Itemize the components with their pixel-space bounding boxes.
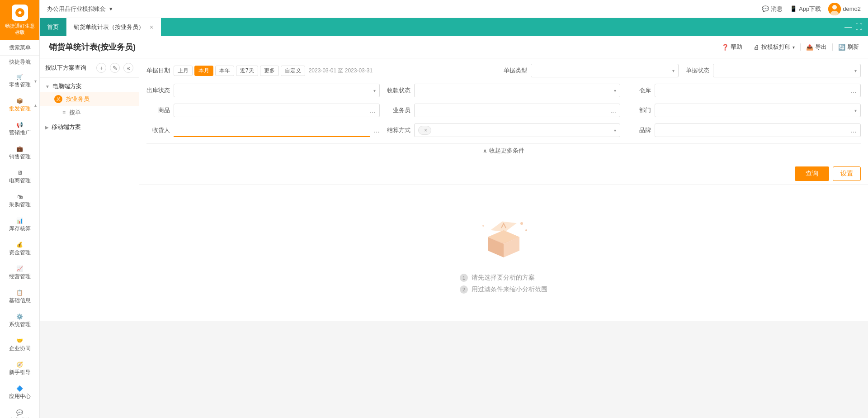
- system-label: 系统管理: [9, 321, 31, 328]
- search-menu-item[interactable]: 搜索菜单: [0, 40, 39, 56]
- separator-3: [832, 43, 833, 51]
- date-more-btn[interactable]: 更多: [260, 66, 279, 76]
- tab-minimize-btn[interactable]: —: [844, 23, 852, 31]
- export-btn[interactable]: 📤 导出: [806, 43, 827, 51]
- scheme-item-by-salesman[interactable]: 员 按业务员: [40, 92, 139, 106]
- sidebar-item-retail[interactable]: 🛒 零售管理 ▾: [0, 69, 39, 93]
- sidebar-item-inventory[interactable]: 📊 库存核算: [0, 213, 39, 237]
- wechat-label: 企业微信: [9, 417, 31, 418]
- settings-btn[interactable]: 设置: [833, 166, 861, 181]
- filter-settlement-item: 结算方式 × ▾: [387, 124, 620, 137]
- empty-tips: 1 请先选择要分析的方案 2 用过滤条件来缩小分析范围: [460, 274, 547, 294]
- app-center-label: 应用中心: [9, 393, 31, 400]
- refresh-btn[interactable]: 🔄 刷新: [838, 43, 859, 51]
- brand-select[interactable]: ...: [655, 124, 861, 137]
- settlement-select[interactable]: × ▾: [414, 124, 620, 137]
- app-logo[interactable]: 畅捷通好生意标版: [0, 0, 39, 40]
- tab-expand-btn[interactable]: ⛶: [855, 23, 863, 31]
- goods-dots[interactable]: ...: [370, 106, 376, 114]
- sidebar-item-app-center[interactable]: 🔷 应用中心: [0, 381, 39, 405]
- query-btn[interactable]: 查询: [795, 166, 829, 181]
- pay-status-label: 收款状态: [387, 86, 410, 95]
- empty-tip-1: 1 请先选择要分析的方案: [460, 274, 547, 282]
- svg-point-7: [482, 225, 484, 227]
- sidebar-item-purchase[interactable]: 🛍 采购管理: [0, 189, 39, 213]
- salesman-dots[interactable]: ...: [610, 106, 616, 114]
- app-download-btn[interactable]: 📱 App下载: [790, 5, 821, 13]
- filter-doc-type-item: 单据类型 ▾: [504, 64, 679, 77]
- wechat-icon: 💬: [16, 409, 23, 416]
- sidebar-item-ecommerce[interactable]: 🖥 电商管理: [0, 165, 39, 189]
- marketing-icon: 📢: [16, 122, 23, 128]
- doc-status-select[interactable]: ▾: [713, 64, 861, 77]
- wholesale-label: 批发管理: [9, 105, 31, 113]
- pay-status-select[interactable]: ▾: [414, 84, 620, 97]
- scheme-edit-btn[interactable]: ✎: [110, 63, 120, 73]
- goods-select[interactable]: ...: [174, 104, 380, 117]
- print-btn[interactable]: 🖨 按模板打印 ▾: [754, 43, 795, 51]
- salesman-scheme-label: 按业务员: [66, 95, 90, 103]
- ship-status-arrow-icon: ▾: [373, 88, 376, 93]
- tab-close-btn[interactable]: ×: [150, 24, 153, 31]
- user-menu[interactable]: demo2: [828, 3, 861, 15]
- tab-home-label: 首页: [47, 23, 59, 31]
- doc-type-label: 单据类型: [504, 66, 527, 75]
- warehouse-select[interactable]: ...: [655, 84, 861, 97]
- dept-select[interactable]: ▾: [655, 104, 861, 117]
- sidebar-item-system[interactable]: ⚙️ 系统管理: [0, 309, 39, 333]
- tip-1-num: 1: [460, 274, 468, 282]
- sidebar-item-basic-info[interactable]: 📋 基础信息: [0, 285, 39, 309]
- date-custom-btn[interactable]: 自定义: [281, 66, 305, 76]
- help-btn[interactable]: ❓ 帮助: [722, 43, 742, 51]
- sidebar-item-finance[interactable]: 💰 资金管理: [0, 237, 39, 261]
- ship-status-select[interactable]: ▾: [174, 84, 380, 97]
- date-current-year-btn[interactable]: 本年: [215, 66, 234, 76]
- recipient-dots[interactable]: ...: [374, 126, 380, 134]
- scheme-pc-group[interactable]: ▼ 电脑端方案: [40, 81, 139, 92]
- print-dropdown-arrow: ▾: [793, 45, 795, 50]
- tab-sales-stat[interactable]: 销货单统计表（按业务员） ×: [66, 18, 161, 36]
- filter-collapse-btn[interactable]: ∧ 收起更多条件: [146, 143, 861, 157]
- app-download-label: App下载: [799, 5, 821, 13]
- refresh-icon: 🔄: [838, 44, 845, 51]
- sales-icon: 💼: [16, 146, 23, 152]
- date-last-month-btn[interactable]: 上月: [174, 66, 193, 76]
- doc-type-select[interactable]: ▾: [531, 64, 679, 77]
- pay-status-arrow-icon: ▾: [614, 88, 616, 93]
- guide-icon: 🧭: [16, 361, 23, 368]
- empty-tip-2: 2 用过滤条件来缩小分析范围: [460, 285, 547, 294]
- sidebar-item-guide[interactable]: 🧭 新手引导: [0, 357, 39, 381]
- date-current-month-btn[interactable]: 本月: [194, 66, 213, 76]
- page-title: 销货单统计表(按业务员): [49, 42, 136, 58]
- sidebar-item-sales[interactable]: 💼 销售管理: [0, 141, 39, 165]
- recipient-label: 收货人: [146, 126, 170, 134]
- scheme-item-by-order[interactable]: ≡ 按单: [40, 106, 139, 119]
- sidebar-item-enterprise[interactable]: 🤝 企业协同: [0, 333, 39, 357]
- warehouse-dots[interactable]: ...: [851, 86, 857, 95]
- mobile-group-arrow-icon: ▶: [45, 125, 49, 130]
- filter-doc-status-item: 单据状态 ▾: [686, 64, 861, 77]
- settlement-tag-close-btn[interactable]: ×: [424, 127, 427, 133]
- sidebar-item-management[interactable]: 📈 经营管理: [0, 261, 39, 285]
- industry-selector[interactable]: 办公用品行业模拟账套 ▾: [47, 5, 113, 13]
- empty-icon: [476, 212, 531, 266]
- quick-nav-item[interactable]: 快捷导航: [0, 56, 39, 69]
- system-icon: ⚙️: [16, 314, 23, 320]
- ship-status-label: 出库状态: [146, 86, 170, 95]
- scheme-collapse-btn[interactable]: «: [123, 63, 133, 73]
- salesman-select[interactable]: ...: [414, 104, 620, 117]
- tabbar-right-actions: — ⛶: [839, 18, 868, 36]
- date-last7-btn[interactable]: 近7天: [236, 66, 258, 76]
- sidebar-item-marketing[interactable]: 📢 营销推广: [0, 117, 39, 141]
- sidebar-item-wholesale[interactable]: 📦 批发管理 ▴: [0, 93, 39, 117]
- svg-point-6: [525, 229, 527, 231]
- brand-dots[interactable]: ...: [851, 126, 857, 134]
- message-btn[interactable]: 💬 消息: [762, 5, 783, 13]
- recipient-input[interactable]: [174, 124, 370, 137]
- scheme-mobile-group[interactable]: ▶ 移动端方案: [40, 121, 139, 133]
- scheme-add-btn[interactable]: +: [96, 63, 106, 73]
- sidebar-item-wechat[interactable]: 💬 企业微信: [0, 405, 39, 418]
- main-content: 办公用品行业模拟账套 ▾ 💬 消息 📱 App下载 de: [40, 0, 868, 418]
- tab-home[interactable]: 首页: [40, 18, 66, 36]
- dept-label: 部门: [627, 106, 651, 114]
